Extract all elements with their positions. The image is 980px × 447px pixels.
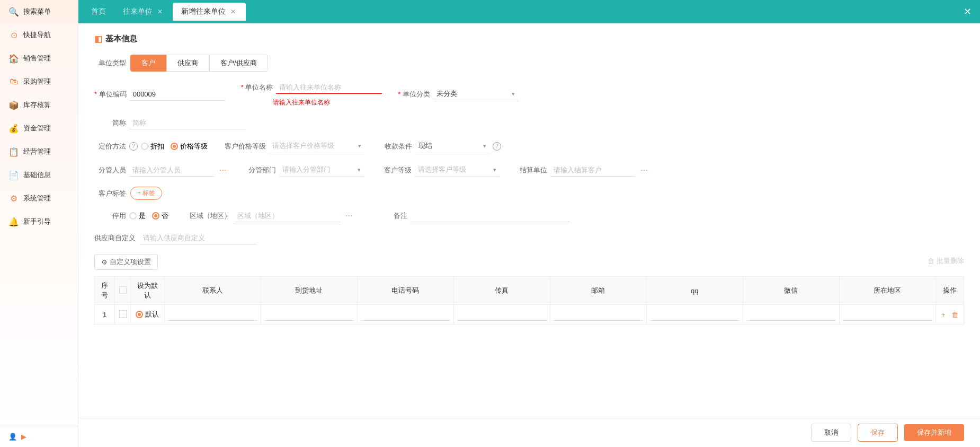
sidebar-item-operations[interactable]: 📋 经营管理	[0, 140, 78, 163]
region-dots[interactable]: ···	[343, 210, 354, 222]
unit-name-label: 单位名称	[241, 83, 273, 92]
payment-terms-select[interactable]: 现结 ▾	[415, 139, 489, 153]
tab-home[interactable]: 首页	[83, 3, 114, 21]
row-delete-icon[interactable]: 🗑	[951, 311, 958, 319]
sales-icon: 🏠	[8, 53, 19, 64]
row-default: 默认	[131, 305, 165, 325]
row-phone[interactable]	[357, 305, 453, 325]
settlement-input[interactable]	[550, 164, 635, 177]
region-label: 区域（地区）	[190, 211, 231, 221]
disabled-no-radio[interactable]: 否	[152, 211, 168, 221]
customer-price-chevron: ▾	[358, 143, 361, 150]
tab-bar: 首页 往来单位 ✕ 新增往来单位 ✕ ✕	[78, 0, 980, 23]
sidebar: 🔍 搜索菜单 ⊙ 快捷导航 🏠 销售管理 🛍 采购管理 📦 库存核算 💰 资金管…	[0, 0, 78, 447]
main-area: 首页 往来单位 ✕ 新增往来单位 ✕ ✕ ◧ 基本信息 单位类型 客户 供应商 …	[78, 0, 980, 447]
sidebar-item-inventory[interactable]: 📦 库存核算	[0, 93, 78, 117]
sidebar-bottom: 👤 ▶	[0, 426, 78, 447]
sidebar-item-guide[interactable]: 🔔 新手引导	[0, 210, 78, 233]
col-default: 设为默认	[131, 277, 165, 305]
batch-delete-button[interactable]: 🗑 批量删除	[928, 256, 964, 266]
pricing-help-icon[interactable]: ?	[129, 142, 138, 151]
pricing-radio-group: 折扣 价格等级	[141, 142, 208, 151]
tab-new-partner-close[interactable]: ✕	[229, 7, 237, 16]
row-seq: 1	[95, 305, 115, 325]
customer-price-label: 客户价格等级	[224, 142, 266, 151]
sidebar-item-purchase[interactable]: 🛍 采购管理	[0, 70, 78, 93]
short-name-label: 简称	[94, 118, 126, 128]
bottom-bar: 取消 保存 保存并新增	[78, 418, 980, 447]
sidebar-item-basic[interactable]: 📄 基础信息	[0, 163, 78, 187]
dept-label: 分管部门	[244, 165, 276, 175]
customer-price-group: 客户价格等级 请选择客户价格等级 ▾	[224, 139, 364, 153]
remark-input[interactable]	[411, 209, 569, 222]
row-contact[interactable]	[164, 305, 261, 325]
customer-level-select[interactable]: 请选择客户等级 ▾	[415, 163, 500, 177]
section-icon: ◧	[94, 34, 102, 44]
custom-settings-button[interactable]: ⚙ 自定义项设置	[94, 254, 158, 270]
unit-code-input[interactable]	[130, 88, 225, 101]
unit-type-label: 单位类型	[94, 58, 126, 68]
save-button[interactable]: 保存	[858, 424, 898, 442]
row-email[interactable]	[550, 305, 646, 325]
sidebar-item-quick-nav[interactable]: ⊙ 快捷导航	[0, 23, 78, 47]
dept-select[interactable]: 请输入分管部门 ▾	[279, 163, 364, 177]
supplier-custom-label: 供应商自定义	[94, 233, 136, 243]
tab-new-partner[interactable]: 新增往来单位 ✕	[173, 3, 246, 21]
row-checkbox[interactable]	[115, 305, 131, 325]
row-wechat[interactable]	[743, 305, 839, 325]
unit-category-select[interactable]: 未分类 ▾	[433, 87, 518, 101]
col-address: 到货地址	[261, 277, 357, 305]
select-all-checkbox[interactable]	[119, 286, 127, 294]
unit-type-customer-btn[interactable]: 客户	[130, 55, 166, 72]
payment-terms-chevron: ▾	[483, 143, 486, 150]
tab-partners[interactable]: 往来单位 ✕	[114, 3, 173, 21]
save-new-button[interactable]: 保存并新增	[904, 424, 964, 441]
row-qq[interactable]	[646, 305, 743, 325]
supervisor-dots[interactable]: ···	[217, 164, 228, 176]
sidebar-item-finance[interactable]: 💰 资金管理	[0, 117, 78, 140]
window-close-button[interactable]: ✕	[959, 4, 976, 20]
region-input[interactable]	[234, 209, 340, 222]
row-region[interactable]	[839, 305, 936, 325]
code-name-category-row: 单位编码 单位名称 请输入往来单位名称 单位分类 未分类 ▾	[94, 81, 964, 107]
unit-type-supplier-btn[interactable]: 供应商	[166, 55, 209, 72]
col-checkbox	[115, 277, 131, 305]
row-address[interactable]	[261, 305, 357, 325]
short-name-input[interactable]	[129, 117, 246, 129]
unit-type-both-btn[interactable]: 客户/供应商	[209, 55, 268, 72]
supplier-custom-input[interactable]	[140, 232, 256, 244]
sidebar-item-search[interactable]: 🔍 搜索菜单	[0, 0, 78, 23]
cancel-button[interactable]: 取消	[811, 424, 851, 442]
table-row: 1 默认	[95, 305, 964, 325]
pricing-discount-radio[interactable]: 折扣	[141, 142, 164, 151]
customer-level-group: 客户等级 请选择客户等级 ▾	[380, 163, 500, 177]
region-group: 区域（地区） ···	[190, 209, 354, 222]
disabled-yes-radio[interactable]: 是	[129, 211, 146, 221]
supervisor-input[interactable]	[129, 164, 214, 177]
tab-partners-close[interactable]: ✕	[156, 7, 164, 16]
sidebar-expand-icon: ▶	[21, 433, 26, 441]
finance-icon: 💰	[8, 123, 19, 134]
form-area: ◧ 基本信息 单位类型 客户 供应商 客户/供应商 单位编码 单位名称	[78, 23, 980, 418]
sidebar-item-system[interactable]: ⚙ 系统管理	[0, 187, 78, 210]
row-add-icon[interactable]: +	[941, 311, 946, 319]
sidebar-item-sales[interactable]: 🏠 销售管理	[0, 47, 78, 70]
payment-help-icon[interactable]: ?	[493, 142, 501, 151]
unit-name-input[interactable]	[276, 81, 382, 94]
customer-price-select[interactable]: 请选择客户价格等级 ▾	[269, 139, 364, 153]
row-fax[interactable]	[453, 305, 550, 325]
supervisor-group: 分管人员 ···	[94, 164, 228, 177]
dept-group: 分管部门 请输入分管部门 ▾	[244, 163, 364, 177]
row-default-radio[interactable]: 默认	[134, 310, 161, 319]
supplier-custom-row: 供应商自定义	[94, 232, 964, 244]
pricing-method-label: 定价方法	[94, 142, 126, 151]
disabled-radio-group: 是 否	[129, 211, 168, 221]
customer-level-chevron: ▾	[493, 166, 496, 173]
unit-category-group: 单位分类 未分类 ▾	[398, 87, 518, 101]
search-icon: 🔍	[8, 6, 19, 17]
unit-category-chevron: ▾	[512, 91, 515, 98]
settlement-dots[interactable]: ···	[638, 164, 649, 176]
pricing-level-radio[interactable]: 价格等级	[171, 142, 208, 151]
tag-add-button[interactable]: + 标签	[130, 187, 162, 200]
payment-terms-group: 收款条件 现结 ▾ ?	[380, 139, 501, 153]
